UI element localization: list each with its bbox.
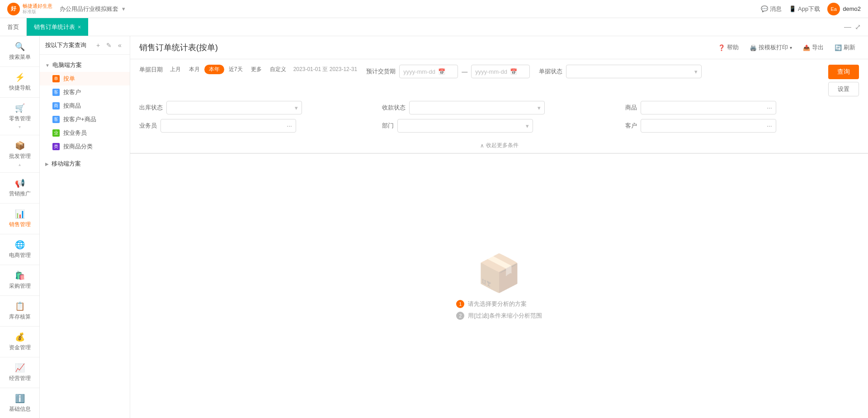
date-shortcut-this-year[interactable]: 本年 bbox=[204, 65, 224, 74]
product-label: 商品 bbox=[625, 104, 637, 112]
sidebar-item-inventory[interactable]: 📋 库存核算 bbox=[0, 296, 39, 327]
customer-label: 客户 bbox=[625, 122, 637, 130]
refresh-button[interactable]: 🔄 刷新 bbox=[831, 42, 859, 53]
status-label: 单据状态 bbox=[539, 67, 562, 76]
sidebar-item-purchase[interactable]: 🛍️ 采购管理 bbox=[0, 265, 39, 296]
app-download-button[interactable]: 📱 App下载 bbox=[789, 5, 820, 13]
tab-close-button[interactable]: × bbox=[78, 24, 81, 30]
sidebar-item-marketing[interactable]: 📢 营销推广 bbox=[0, 173, 39, 204]
message-button[interactable]: 💬 消息 bbox=[761, 5, 782, 13]
download-icon: 📱 bbox=[789, 5, 796, 12]
date-range-display: 2023-01-01 至 2023-12-31 bbox=[293, 66, 357, 73]
status-select[interactable]: ▾ bbox=[566, 65, 702, 78]
user-name: demo2 bbox=[843, 5, 861, 12]
collapse-icon: ∧ bbox=[480, 142, 484, 149]
sidebar-item-ecommerce[interactable]: 🌐 电商管理 bbox=[0, 234, 39, 265]
query-button[interactable]: 查询 bbox=[828, 65, 859, 79]
salesperson-label: 业务员 bbox=[139, 122, 157, 130]
salesperson-more-icon[interactable]: ··· bbox=[287, 122, 292, 129]
department-filter-group: 部门 ▾ bbox=[382, 119, 616, 133]
pc-scheme-header[interactable]: ▼ 电脑端方案 bbox=[40, 58, 130, 72]
refresh-icon: 🔄 bbox=[835, 44, 842, 51]
receipt-status-select[interactable]: ▾ bbox=[409, 101, 545, 114]
sidebar-item-wholesale[interactable]: 📦 批发管理 ▴ bbox=[0, 135, 39, 173]
sidebar: 🔍 搜索菜单 ⚡ 快捷导航 🛒 零售管理 ▾ 📦 批发管理 ▴ 📢 营销推广 📊… bbox=[0, 36, 40, 418]
print-button[interactable]: 🖨️ 按模板打印 ▾ bbox=[746, 42, 796, 53]
collapse-panel-button[interactable]: « bbox=[115, 41, 124, 50]
sidebar-item-retail[interactable]: 🛒 零售管理 ▾ bbox=[0, 98, 39, 135]
date-shortcut-custom[interactable]: 自定义 bbox=[266, 65, 290, 74]
scheme-label-by-product: 按商品 bbox=[63, 102, 81, 110]
product-more-icon[interactable]: ··· bbox=[767, 104, 772, 111]
page-header: 销售订单统计表(按单) ❓ 帮助 🖨️ 按模板打印 ▾ 📤 导出 bbox=[130, 36, 868, 59]
filter-row-3: 业务员 ··· 部门 ▾ bbox=[139, 119, 859, 133]
date-shortcut-this-month[interactable]: 本月 bbox=[185, 65, 203, 74]
scheme-item-by-customer-product[interactable]: 客 按客户+商品 bbox=[40, 113, 130, 126]
scheme-label-by-customer-product: 按客户+商品 bbox=[63, 115, 96, 124]
export-button[interactable]: 📤 导出 bbox=[799, 42, 827, 53]
print-icon: 🖨️ bbox=[750, 44, 757, 51]
customer-select[interactable]: ··· bbox=[641, 119, 776, 133]
scheme-item-by-customer[interactable]: 客 按客户 bbox=[40, 86, 130, 99]
empty-state: 📦 1 请先选择要分析的方案 2 用[过滤]条件来缩小分析范围 bbox=[130, 154, 868, 418]
operations-icon: 📈 bbox=[15, 363, 25, 373]
help-button[interactable]: ❓ 帮助 bbox=[714, 42, 742, 53]
tab-home[interactable]: 首页 bbox=[0, 18, 27, 36]
expected-date-end[interactable]: yyyy-mm-dd 📅 bbox=[471, 65, 530, 78]
sidebar-item-basic[interactable]: ℹ️ 基础信息 bbox=[0, 388, 39, 418]
content-area: 按以下方案查询 + ✎ « ▼ 电脑端方案 单 按单 客 按客户 bbox=[40, 36, 868, 418]
tabbar: 首页 销售订单统计表 × — ⤢ bbox=[0, 18, 868, 36]
user-area[interactable]: Ea demo2 bbox=[827, 3, 861, 15]
sidebar-item-sales[interactable]: 📊 销售管理 bbox=[0, 204, 39, 234]
salesperson-select[interactable]: ··· bbox=[160, 119, 296, 133]
print-dropdown-icon[interactable]: ▾ bbox=[790, 45, 792, 50]
tabbar-right: — ⤢ bbox=[844, 23, 868, 31]
logo-icon: 好 bbox=[7, 3, 20, 15]
sidebar-item-quick[interactable]: ⚡ 快捷导航 bbox=[0, 67, 39, 98]
filter-section: 单据日期 上月 本月 本年 近7天 更多 自定义 2023-01-01 至 20… bbox=[130, 59, 868, 154]
add-scheme-button[interactable]: + bbox=[94, 41, 103, 50]
quick-icon: ⚡ bbox=[15, 72, 25, 82]
department-select[interactable]: ▾ bbox=[397, 119, 533, 133]
tab-sales-order[interactable]: 销售订单统计表 × bbox=[27, 18, 88, 36]
tip-number-1: 1 bbox=[456, 300, 464, 308]
date-shortcut-7days[interactable]: 近7天 bbox=[225, 65, 246, 74]
product-select[interactable]: ··· bbox=[641, 101, 776, 114]
empty-illustration: 📦 bbox=[476, 252, 522, 294]
sidebar-item-search[interactable]: 🔍 搜索菜单 bbox=[0, 36, 39, 67]
expected-date-label: 预计交货期 bbox=[366, 67, 396, 76]
receipt-status-label: 收款状态 bbox=[382, 104, 406, 112]
app-title-dropdown[interactable]: ▾ bbox=[122, 5, 125, 12]
search-icon: 🔍 bbox=[15, 42, 25, 52]
department-label: 部门 bbox=[382, 122, 394, 130]
scheme-item-by-order[interactable]: 单 按单 bbox=[40, 72, 130, 86]
empty-tip-1: 1 请先选择要分析的方案 bbox=[456, 300, 542, 308]
date-shortcut-last-month[interactable]: 上月 bbox=[166, 65, 184, 74]
edit-scheme-button[interactable]: ✎ bbox=[104, 41, 113, 50]
scheme-item-by-product[interactable]: 商 按商品 bbox=[40, 99, 130, 113]
basic-icon: ℹ️ bbox=[15, 394, 25, 404]
scheme-item-by-product-category[interactable]: 类 按商品分类 bbox=[40, 140, 130, 153]
settings-button[interactable]: 设置 bbox=[828, 82, 859, 96]
sales-icon: 📊 bbox=[15, 209, 25, 219]
salesperson-filter-group: 业务员 ··· bbox=[139, 119, 373, 133]
sidebar-item-finance[interactable]: 💰 资金管理 bbox=[0, 327, 39, 357]
date-label: 单据日期 bbox=[139, 66, 163, 74]
expected-date-start[interactable]: yyyy-mm-dd 📅 bbox=[399, 65, 458, 78]
mobile-scheme-header[interactable]: ▶ 移动端方案 bbox=[40, 157, 130, 171]
customer-more-icon[interactable]: ··· bbox=[767, 122, 772, 129]
scheme-item-by-salesperson[interactable]: 业 按业务员 bbox=[40, 126, 130, 140]
filter-row-2: 出库状态 ▾ 收款状态 ▾ bbox=[139, 101, 859, 114]
topbar-right: 💬 消息 📱 App下载 Ea demo2 bbox=[761, 3, 861, 15]
sidebar-item-operations[interactable]: 📈 经营管理 bbox=[0, 357, 39, 388]
empty-tips: 1 请先选择要分析的方案 2 用[过滤]条件来缩小分析范围 bbox=[456, 300, 542, 320]
date-shortcut-more[interactable]: 更多 bbox=[247, 65, 265, 74]
logo-text: 畅捷通好生意 标准版 bbox=[23, 3, 52, 14]
pc-scheme-section: ▼ 电脑端方案 单 按单 客 按客户 商 按商品 客 按客户+商品 bbox=[40, 55, 130, 157]
maximize-button[interactable]: ⤢ bbox=[855, 23, 861, 31]
minimize-button[interactable]: — bbox=[844, 23, 851, 31]
delivery-status-select[interactable]: ▾ bbox=[166, 101, 302, 114]
pc-section-label: 电脑端方案 bbox=[52, 61, 82, 69]
collapse-bar[interactable]: ∧ 收起更多条件 bbox=[130, 138, 868, 153]
scheme-label-by-salesperson: 按业务员 bbox=[63, 129, 87, 137]
